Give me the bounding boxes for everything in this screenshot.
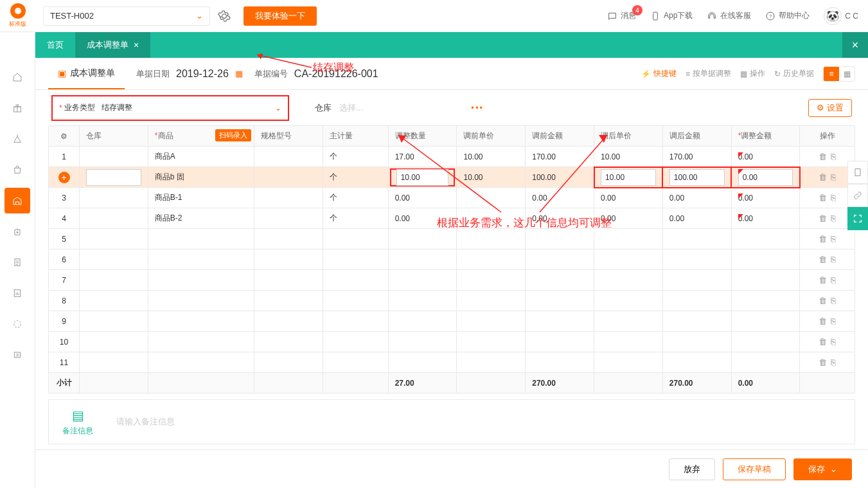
tab-cost-adjust[interactable]: 成本调整单 × xyxy=(75,32,150,58)
gear-icon[interactable] xyxy=(218,10,231,23)
delete-icon[interactable]: 🗑 xyxy=(819,152,827,161)
table-row[interactable]: 3商品B-1个0.000.000.000.000.00🗑⎘ xyxy=(49,188,855,208)
form-row: * 业务类型 结存调整 ⌄ 仓库 选择... ••• ⚙设置 xyxy=(35,90,868,125)
more-icon[interactable]: ••• xyxy=(471,103,484,113)
save-draft-button[interactable]: 保存草稿 xyxy=(723,458,786,480)
table-row[interactable]: 1商品A个17.0010.00170.0010.00170.000.00🗑⎘ xyxy=(49,147,855,167)
copy-icon[interactable]: ⎘ xyxy=(831,234,836,244)
calendar-icon[interactable]: ▦ xyxy=(235,69,243,78)
org-selector[interactable]: TEST-H002 ⌄ xyxy=(43,6,210,26)
sidebar-home-icon[interactable] xyxy=(4,64,30,90)
doc-number-field: 单据编号 CA-20191226-001 xyxy=(254,68,378,80)
delete-icon[interactable]: 🗑 xyxy=(819,193,827,203)
copy-icon[interactable]: ⎘ xyxy=(831,213,836,223)
sidebar-loading-icon[interactable] xyxy=(4,311,30,337)
copy-icon[interactable]: ⎘ xyxy=(831,255,836,264)
scan-button[interactable]: 扫码录入 xyxy=(215,129,251,141)
copy-icon[interactable]: ⎘ xyxy=(831,152,836,161)
copy-icon[interactable]: ⎘ xyxy=(831,193,836,203)
doc-date-field: 单据日期 2019-12-26 ▦ xyxy=(136,68,243,80)
note-icon[interactable] xyxy=(847,161,868,184)
tab-home[interactable]: 首页 xyxy=(35,32,75,58)
copy-icon[interactable]: ⎘ xyxy=(831,296,836,305)
sidebar-new-icon[interactable]: 新 xyxy=(4,342,30,368)
warehouse-input[interactable] xyxy=(86,169,141,186)
sidebar-up-icon[interactable] xyxy=(4,126,30,152)
support-link[interactable]: 在线客服 xyxy=(707,10,751,21)
trial-button[interactable]: 我要体验一下 xyxy=(244,6,317,26)
chevron-down-icon: ⌄ xyxy=(275,104,281,113)
save-button[interactable]: 保存⌄ xyxy=(793,458,852,480)
close-icon[interactable]: × xyxy=(134,40,139,50)
sidebar-bag-icon[interactable] xyxy=(4,157,30,183)
post-price-input[interactable]: 10.00 xyxy=(601,169,656,186)
subtotal-row: 小计 27.00 270.00 270.00 0.00 xyxy=(49,373,855,393)
delete-icon[interactable]: 🗑 xyxy=(819,316,827,326)
qty-input[interactable]: 10.00 xyxy=(396,169,449,186)
svg-rect-9 xyxy=(855,169,860,176)
delete-icon[interactable]: 🗑 xyxy=(819,255,827,264)
sidebar-money-icon[interactable] xyxy=(4,219,30,244)
delete-icon[interactable]: 🗑 xyxy=(819,275,827,285)
notes-icon: ▤ xyxy=(72,408,84,423)
messages-link[interactable]: 消息 4 xyxy=(607,10,636,21)
view-list-icon[interactable]: ≡ xyxy=(824,67,839,81)
logo[interactable]: 标准版 xyxy=(0,0,35,32)
svg-rect-0 xyxy=(653,12,658,20)
view-grid-icon[interactable]: ▦ xyxy=(839,67,855,81)
copy-icon[interactable]: ⎘ xyxy=(831,275,836,285)
delete-icon[interactable]: 🗑 xyxy=(819,357,827,367)
history-action[interactable]: ↻历史单据 xyxy=(774,68,814,79)
right-float-bar xyxy=(847,161,868,230)
delete-icon[interactable]: 🗑 xyxy=(819,296,827,305)
delete-icon[interactable]: 🗑 xyxy=(819,172,827,182)
remarks-input[interactable]: 请输入备注信息 xyxy=(107,416,855,428)
message-badge: 4 xyxy=(632,5,642,15)
help-link[interactable]: ? 帮助中心 xyxy=(765,10,810,21)
grid-icon: ▦ xyxy=(740,69,747,78)
table-row[interactable]: 4商品B-2个0.000.000.000.000.00🗑⎘ xyxy=(49,208,855,229)
biz-type-select[interactable]: * 业务类型 结存调整 ⌄ xyxy=(51,95,289,121)
expand-icon[interactable] xyxy=(847,207,868,230)
table-row[interactable]: 8🗑⎘ xyxy=(49,291,855,311)
link-icon[interactable] xyxy=(847,184,868,207)
gear-column-icon[interactable]: ⚙ xyxy=(49,126,80,147)
copy-icon[interactable]: ⎘ xyxy=(831,337,836,347)
shortcut-action[interactable]: ⚡快捷键 xyxy=(641,68,677,79)
post-amount-input[interactable]: 100.00 xyxy=(669,169,725,186)
by-order-action[interactable]: ≡按单据调整 xyxy=(686,68,731,79)
sidebar-clipboard-icon[interactable] xyxy=(4,249,30,275)
delete-icon[interactable]: 🗑 xyxy=(819,234,827,244)
table-row[interactable]: 7🗑⎘ xyxy=(49,270,855,291)
table-row[interactable]: +商品b 固个10.0010.00100.0010.00100.000.00🗑⎘ xyxy=(49,167,855,188)
copy-icon[interactable]: ⎘ xyxy=(831,316,836,326)
copy-icon[interactable]: ⎘ xyxy=(831,172,836,182)
chevron-down-icon: ⌄ xyxy=(196,11,203,21)
adj-amount-input[interactable]: 0.00 xyxy=(738,169,793,186)
remarks-label: ▤ 备注信息 xyxy=(49,408,107,437)
sidebar: 新 xyxy=(0,32,35,488)
table-row[interactable]: 9🗑⎘ xyxy=(49,311,855,332)
data-table: ⚙ 仓库 *商品扫码录入 规格型号 主计量 调整数量 调前单价 调前金额 调后单… xyxy=(35,125,868,394)
table-row[interactable]: 11🗑⎘ xyxy=(49,352,855,373)
list-icon: ≡ xyxy=(686,69,690,78)
table-row[interactable]: 5🗑⎘ xyxy=(49,229,855,249)
settings-button[interactable]: ⚙设置 xyxy=(808,99,852,117)
table-row[interactable]: 6🗑⎘ xyxy=(49,249,855,270)
add-row-icon[interactable]: + xyxy=(58,172,70,183)
delete-icon[interactable]: 🗑 xyxy=(819,337,827,347)
app-download-link[interactable]: App下载 xyxy=(650,10,693,21)
close-all-icon[interactable]: × xyxy=(842,32,868,58)
sidebar-gift-icon[interactable] xyxy=(4,95,30,121)
sidebar-report-icon[interactable] xyxy=(4,280,30,306)
copy-icon[interactable]: ⎘ xyxy=(831,357,836,367)
table-row[interactable]: 10🗑⎘ xyxy=(49,332,855,352)
doc-tab[interactable]: ▣ 成本调整单 xyxy=(48,59,125,89)
delete-icon[interactable]: 🗑 xyxy=(819,213,827,223)
sidebar-warehouse-icon[interactable] xyxy=(4,188,30,213)
operation-action[interactable]: ▦操作 xyxy=(740,68,765,79)
user-menu[interactable]: 🐼 C C xyxy=(824,7,858,25)
discard-button[interactable]: 放弃 xyxy=(669,458,715,480)
warehouse-select[interactable]: 仓库 选择... ••• xyxy=(315,102,484,114)
table-header-row: ⚙ 仓库 *商品扫码录入 规格型号 主计量 调整数量 调前单价 调前金额 调后单… xyxy=(49,126,855,147)
